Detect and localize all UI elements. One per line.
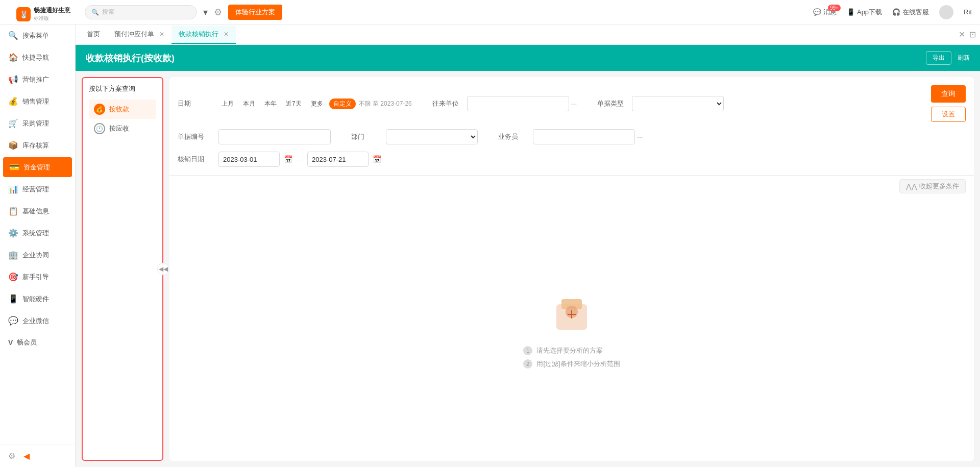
date-shortcuts: 上月 本月 本年 近7天 更多 自定义 不限 至 2023-07-26 — [218, 99, 412, 109]
brand-version: 标准版 — [34, 15, 70, 22]
filter-collapse-button[interactable]: ◀◀ — [157, 263, 169, 275]
dept-label: 部门 — [351, 132, 382, 141]
filter-by-receipt[interactable]: 💰 按收款 — [89, 100, 156, 119]
sidebar-item-quick-nav[interactable]: 🏠 快捷导航 — [0, 46, 75, 68]
staff-label: 业务员 — [498, 132, 529, 141]
refresh-button[interactable]: 刷新 — [958, 51, 970, 65]
footer-settings-icon[interactable]: ⚙ — [8, 451, 15, 461]
message-icon: 💬 — [813, 8, 821, 16]
top-bar-right: 💬 消息 99+ 📱 App下载 🎧 在线客服 Rit — [813, 5, 972, 19]
end-calendar-icon[interactable]: 📅 — [373, 155, 381, 163]
date-btn-this-month[interactable]: 本月 — [240, 99, 258, 109]
collapse-row: ⋀⋀ 收起更多条件 — [169, 176, 974, 196]
empty-tips: 1 请先选择要分析的方案 2 用[过滤]条件来缩小分析范围 — [523, 346, 620, 368]
funds-icon: 💳 — [9, 162, 19, 172]
brand-icon: 🐰 — [16, 7, 31, 21]
weixin-icon: 💬 — [8, 316, 18, 326]
dropdown-arrow-icon[interactable]: ▾ — [203, 7, 208, 18]
message-button[interactable]: 💬 消息 99+ — [813, 8, 837, 17]
counterparty-label: 往来单位 — [432, 99, 463, 108]
sidebar-item-weixin[interactable]: 💬 企业微信 — [0, 310, 75, 332]
collapse-up-icon: ⋀⋀ — [906, 183, 917, 190]
date-range-info: 不限 至 2023-07-26 — [359, 100, 412, 108]
system-icon: ⚙️ — [8, 228, 18, 238]
form-row-2: 单据编号 部门 业务员 ··· — [178, 129, 966, 144]
collapse-conditions-button[interactable]: ⋀⋀ 收起更多条件 — [899, 179, 966, 193]
page-title: 收款核销执行(按收款) — [86, 52, 175, 64]
sales-icon: 💰 — [8, 96, 18, 106]
export-button[interactable]: 导出 — [926, 51, 951, 65]
date-btn-7days[interactable]: 近7天 — [283, 99, 305, 109]
search-icon: 🔍 — [91, 9, 99, 16]
user-avatar[interactable] — [939, 5, 953, 19]
doc-type-label: 单据类型 — [597, 99, 628, 108]
empty-illustration — [546, 289, 597, 340]
counterparty-input[interactable] — [467, 96, 569, 111]
sidebar-item-purchase[interactable]: 🛒 采购管理 — [0, 112, 75, 134]
sidebar-item-inventory[interactable]: 📦 库存核算 — [0, 134, 75, 156]
tab-close-writeoff[interactable]: ✕ — [224, 31, 229, 38]
tab-bar: 首页 预付冲应付单 ✕ 收款核销执行 ✕ ✕ ⊡ — [76, 24, 980, 45]
footer-collapse-icon[interactable]: ◀ — [23, 451, 30, 461]
smart-hw-icon: 📱 — [8, 294, 18, 304]
tab-expand-icon[interactable]: ⊡ — [969, 30, 976, 39]
sidebar-item-smart-hw[interactable]: 📱 智能硬件 — [0, 288, 75, 310]
sidebar-item-funds[interactable]: 💳 资金管理 — [3, 157, 72, 177]
counterparty-dots-icon[interactable]: ··· — [571, 100, 577, 108]
sidebar-item-search-menu[interactable]: 🔍 搜索菜单 — [0, 24, 75, 46]
settings-gear-icon[interactable]: ⚙ — [214, 7, 222, 18]
page-header-actions: 导出 刷新 — [926, 51, 970, 65]
form-row-3: 核销日期 📅 — 📅 — [178, 152, 966, 167]
staff-dots-icon[interactable]: ··· — [637, 133, 643, 141]
writeoff-date-start-input[interactable] — [218, 152, 280, 167]
sidebar-footer: ⚙ ◀ — [0, 445, 75, 467]
sidebar: 🔍 搜索菜单 🏠 快捷导航 📢 营销推广 💰 销售管理 🛒 采购管理 📦 库存核… — [0, 24, 76, 467]
search-placeholder: 搜索 — [102, 8, 114, 16]
customer-service-button[interactable]: 🎧 在线客服 — [892, 8, 929, 17]
doc-type-select[interactable] — [632, 96, 724, 111]
sidebar-item-operation[interactable]: 📊 经营管理 — [0, 178, 75, 200]
tab-writeoff[interactable]: 收款核销执行 ✕ — [172, 26, 236, 44]
page-header: 收款核销执行(按收款) 导出 刷新 — [76, 45, 980, 71]
app-download-button[interactable]: 📱 App下载 — [847, 8, 882, 17]
sidebar-item-beginner[interactable]: 🎯 新手引导 — [0, 266, 75, 288]
sidebar-item-marketing[interactable]: 📢 营销推广 — [0, 68, 75, 90]
empty-tip-2: 2 用[过滤]条件来缩小分析范围 — [523, 359, 620, 368]
purchase-icon: 🛒 — [8, 118, 18, 128]
filter-panel: 按以下方案查询 💰 按收款 🕐 按应收 ◀◀ — [82, 77, 163, 461]
setting-button[interactable]: 设置 — [931, 107, 966, 122]
doc-num-label: 单据编号 — [178, 132, 208, 141]
writeoff-date-end-input[interactable] — [307, 152, 369, 167]
industry-button[interactable]: 体验行业方案 — [228, 5, 282, 20]
marketing-icon: 📢 — [8, 75, 18, 84]
date-btn-more[interactable]: 更多 — [308, 99, 326, 109]
query-area: 日期 上月 本月 本年 近7天 更多 自定义 不限 至 2023-07-26 往… — [169, 77, 974, 461]
query-form: 日期 上月 本月 本年 近7天 更多 自定义 不限 至 2023-07-26 往… — [169, 77, 974, 176]
sidebar-item-system[interactable]: ⚙️ 系统管理 — [0, 222, 75, 244]
dept-select[interactable] — [386, 129, 478, 144]
headphone-icon: 🎧 — [892, 8, 900, 16]
date-btn-this-year[interactable]: 本年 — [261, 99, 280, 109]
tab-close-prepay[interactable]: ✕ — [159, 31, 164, 38]
enterprise-icon: 🏢 — [8, 250, 18, 260]
date-btn-custom[interactable]: 自定义 — [329, 99, 356, 109]
date-label: 日期 — [178, 99, 208, 108]
tab-close-window-icon[interactable]: ✕ — [959, 30, 965, 39]
sidebar-item-member[interactable]: V 畅会员 — [0, 332, 75, 353]
staff-input[interactable] — [533, 129, 635, 144]
query-button[interactable]: 查询 — [931, 85, 966, 103]
sidebar-item-sales[interactable]: 💰 销售管理 — [0, 90, 75, 112]
member-v-icon: V — [8, 338, 13, 347]
filter-panel-title: 按以下方案查询 — [89, 84, 156, 93]
date-btn-last-month[interactable]: 上月 — [218, 99, 237, 109]
sidebar-item-enterprise[interactable]: 🏢 企业协同 — [0, 244, 75, 266]
tab-home[interactable]: 首页 — [80, 26, 107, 44]
operation-icon: 📊 — [8, 184, 18, 194]
sidebar-item-basic-info[interactable]: 📋 基础信息 — [0, 200, 75, 222]
filter-by-receivable[interactable]: 🕐 按应收 — [89, 119, 156, 138]
doc-num-input[interactable] — [218, 129, 331, 144]
tab-prepay[interactable]: 预付冲应付单 ✕ — [107, 26, 172, 44]
empty-state: 1 请先选择要分析的方案 2 用[过滤]条件来缩小分析范围 — [169, 196, 974, 461]
top-search-bar[interactable]: 🔍 搜索 — [85, 5, 197, 19]
start-calendar-icon[interactable]: 📅 — [284, 155, 292, 163]
